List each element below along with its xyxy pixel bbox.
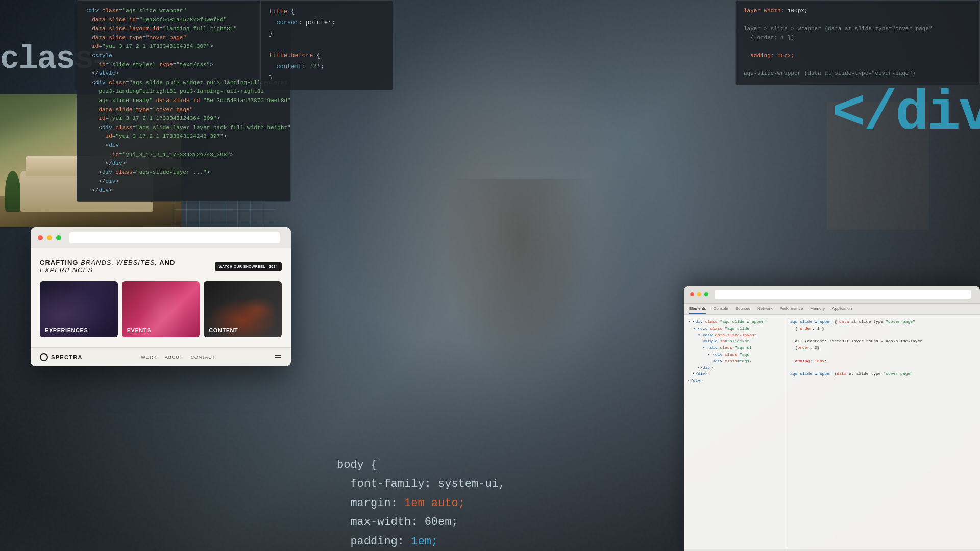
card-label-experiences: EXPERIENCES	[45, 327, 88, 333]
css-code-bottom: body { font-family: system-ui, margin: 1…	[337, 456, 567, 551]
devtools-elements-panel: ▾ <div class="aqs-slide-wrapper" ▾ <div …	[684, 315, 786, 549]
browser-content: CRAFTING brands, websites, AND experienc…	[31, 248, 291, 347]
logo-text: SPECTRA	[51, 354, 83, 360]
devtools-max-btn[interactable]	[704, 292, 708, 296]
devtools-tabs: Elements Console Sources Network Perform…	[684, 304, 980, 315]
browser-max-btn[interactable]	[56, 235, 61, 240]
spectra-card-content[interactable]: CONTENT	[204, 281, 282, 337]
devtools-tab-console[interactable]: Console	[713, 304, 728, 314]
browser-min-btn[interactable]	[47, 235, 52, 240]
css-line-3: margin: 1em auto;	[337, 494, 567, 513]
code-panel-topleft: <div class="aqs-slide-wrapper" data-slic…	[77, 0, 291, 202]
hamburger-icon[interactable]	[274, 353, 282, 361]
devtools-url-bar[interactable]	[715, 290, 971, 299]
spectra-logo: SPECTRA	[40, 353, 83, 361]
devtools-tab-application[interactable]: Application	[832, 304, 852, 314]
spectra-nav: WORK ABOUT CONTACT	[141, 355, 215, 360]
devtools-min-btn[interactable]	[697, 292, 701, 296]
browser-url-bar[interactable]	[69, 232, 280, 243]
browser-toolbar	[31, 227, 291, 248]
devtools-tab-network[interactable]: Network	[757, 304, 772, 314]
css-line-1: body {	[337, 456, 567, 474]
nav-work[interactable]: WORK	[141, 355, 157, 360]
browser-close-btn[interactable]	[38, 235, 43, 240]
devtools-tab-sources[interactable]: Sources	[736, 304, 750, 314]
div-closing-tag: </div	[832, 82, 980, 145]
nav-about[interactable]: ABOUT	[165, 355, 183, 360]
devtools-tab-memory[interactable]: Memory	[810, 304, 825, 314]
code-panel-topright: layer-width: 100px; layer > slide > wrap…	[735, 0, 980, 85]
devtools-styles-panel: aqs-slide-wrapper { data at slide-type="…	[786, 315, 980, 549]
spectra-cards: EXPERIENCES EVENTS CONTENT	[40, 281, 282, 337]
spectra-headline: CRAFTING brands, websites, AND experienc…	[40, 259, 282, 274]
card-label-events: EVENTS	[127, 327, 151, 333]
css-line-2: font-family: system-ui,	[337, 474, 567, 493]
css-line-5: padding: 1em;	[337, 532, 567, 551]
logo-icon	[40, 353, 48, 361]
devtools-tab-performance[interactable]: Performance	[779, 304, 803, 314]
spectra-card-events[interactable]: EVENTS	[122, 281, 200, 337]
spectra-footer: SPECTRA WORK ABOUT CONTACT	[31, 347, 291, 366]
devtools-body: ▾ <div class="aqs-slide-wrapper" ▾ <div …	[684, 315, 980, 549]
devtools-close-btn[interactable]	[690, 292, 694, 296]
card-label-content: CONTENT	[209, 327, 238, 333]
devtools-tab-elements[interactable]: Elements	[689, 304, 706, 314]
browser-spectra[interactable]: CRAFTING brands, websites, AND experienc…	[31, 227, 291, 366]
css-line-4: max-width: 60em;	[337, 513, 567, 532]
nav-contact[interactable]: CONTACT	[191, 355, 215, 360]
spectra-card-experiences[interactable]: EXPERIENCES	[40, 281, 118, 337]
watch-showreel-btn[interactable]: WATCH OUR SHOWREEL - 2024	[215, 262, 282, 271]
devtools-toolbar	[684, 286, 980, 304]
browser-devtools[interactable]: Elements Console Sources Network Perform…	[684, 286, 980, 551]
code-panel-topcenter: title { cursor: pointer; } title:before …	[260, 0, 393, 90]
